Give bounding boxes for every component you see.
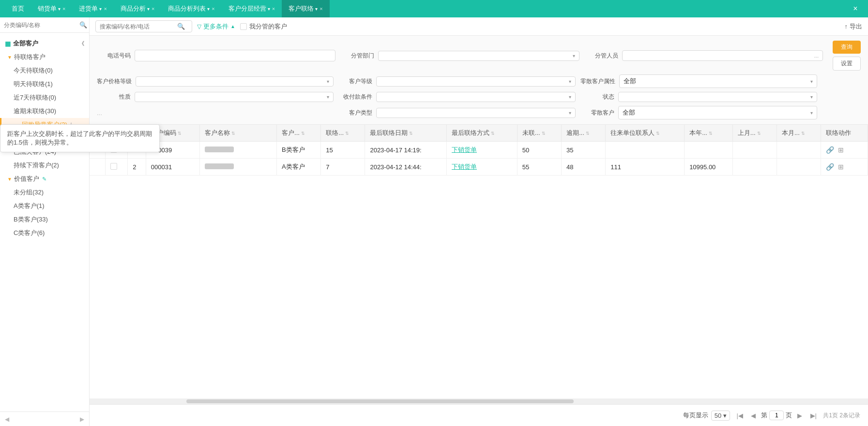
row1-last-method[interactable]: 下销货单	[447, 142, 518, 159]
row2-gear	[90, 159, 106, 176]
sidebar-collapse-btn[interactable]: 《	[79, 40, 84, 47]
query-button[interactable]: 查询	[833, 41, 861, 54]
row1-this-month	[777, 142, 821, 159]
nav-product-list-close[interactable]: ×	[212, 6, 214, 12]
my-customers-checkbox[interactable]: 我分管的客户	[240, 22, 287, 31]
more-dots-btn[interactable]: ...	[97, 109, 102, 117]
edit-icon[interactable]: ✎	[42, 176, 46, 182]
nav-customer-segmentation[interactable]: 客户分层经营 ▾ ×	[222, 0, 282, 17]
sidebar-declining-customers[interactable]: 持续下滑客户(2)	[0, 159, 89, 172]
table-this-year-header[interactable]: 本年...⇅	[685, 125, 733, 142]
dept-select[interactable]: ▾	[378, 51, 579, 61]
export-button[interactable]: ↑ 导出	[845, 22, 863, 31]
sidebar-pending-group[interactable]: ▼ 待联络客户	[0, 50, 89, 64]
last-page-btn[interactable]: ▶|	[807, 410, 819, 421]
table-overdue-header[interactable]: 逾期...⇅	[561, 125, 605, 142]
nav-contact-arrow: ▾	[315, 6, 318, 12]
sidebar-7day-pending[interactable]: 近7天待联络(0)	[0, 91, 89, 104]
row2-last-method[interactable]: 下销货单	[447, 159, 518, 176]
table-name-header[interactable]: 客户名称⇅	[200, 125, 277, 142]
prev-page-btn[interactable]: ◀	[747, 410, 759, 421]
row2-check[interactable]	[106, 159, 128, 176]
nav-purchase-order[interactable]: 进货单 ▾ ×	[72, 0, 113, 17]
nav-customer-contact[interactable]: 客户联络 ▾ ×	[282, 0, 329, 17]
price-level-select[interactable]: ▾	[136, 76, 334, 87]
horizontal-scrollbar[interactable]	[90, 398, 868, 404]
table-last-method-header[interactable]: 最后联络方式⇅	[447, 125, 518, 142]
payment-select[interactable]: ▾	[376, 92, 575, 102]
row1-method-link[interactable]: 下销货单	[452, 146, 477, 153]
sidebar-search-input[interactable]	[4, 22, 76, 29]
contact-sort-icon: ⇅	[345, 131, 349, 136]
nav-sales-order-close[interactable]: ×	[62, 6, 65, 12]
row2-grid-icon[interactable]: ⊞	[838, 163, 844, 171]
person-select[interactable]: ...	[622, 50, 823, 61]
scatter-customer-label: 零散客户	[580, 109, 614, 117]
customer-level-select[interactable]: ▾	[376, 76, 575, 87]
nav-product-analysis[interactable]: 商品分析 ▾ ×	[114, 0, 161, 17]
sidebar-c-class[interactable]: C类客户(6)	[0, 226, 89, 240]
more-conditions-btn[interactable]: ▽ 更多条件 ▲	[197, 22, 235, 31]
row1-grid-icon[interactable]: ⊞	[838, 146, 844, 154]
row1-uncontacted: 50	[517, 142, 561, 159]
sidebar-value-group[interactable]: ▼ 价值客户 ✎	[0, 172, 89, 186]
window-close-button[interactable]: ×	[848, 1, 863, 16]
nav-product-analysis-close[interactable]: ×	[152, 6, 154, 12]
table-company-contact-header[interactable]: 往来单位联系人⇅	[606, 125, 685, 142]
row1-link-icon[interactable]: 🔗	[826, 146, 834, 154]
table-contact-header[interactable]: 联络...⇅	[321, 125, 365, 142]
nav-sales-order[interactable]: 销货单 ▾ ×	[31, 0, 72, 17]
scrollbar-thumb[interactable]	[186, 399, 574, 403]
customer-type-select[interactable]: ▾	[376, 108, 575, 118]
table-this-month-header[interactable]: 本月...⇅	[777, 125, 821, 142]
row2-checkbox[interactable]	[110, 163, 117, 170]
row1-name-blurred	[205, 147, 234, 152]
phone-input[interactable]	[135, 50, 335, 61]
my-customers-check[interactable]	[240, 23, 247, 30]
sidebar-today-pending[interactable]: 今天待联络(0)	[0, 64, 89, 77]
sidebar-b-class[interactable]: B类客户(33)	[0, 213, 89, 226]
sidebar-tomorrow-pending[interactable]: 明天待联络(1)	[0, 77, 89, 91]
nature-select[interactable]: ▾	[135, 92, 334, 102]
last-month-sort-icon: ⇅	[757, 131, 761, 136]
person-more-icon[interactable]: ...	[814, 53, 819, 59]
nav-home[interactable]: 首页	[5, 0, 31, 17]
row2-link-icon[interactable]: 🔗	[826, 163, 834, 171]
filter-cell-nature: 性质 ▾	[97, 92, 334, 102]
row2-method-link[interactable]: 下销货单	[452, 163, 477, 170]
nav-purchase-close[interactable]: ×	[104, 6, 107, 12]
nav-product-analysis-list[interactable]: 商品分析列表 ▾ ×	[161, 0, 221, 17]
sidebar-search-icon[interactable]: 🔍	[79, 21, 87, 29]
table-uncontacted-header[interactable]: 未联...⇅	[517, 125, 561, 142]
last-date-sort-icon: ⇅	[409, 131, 413, 136]
table-last-date-header[interactable]: 最后联络日期⇅	[365, 125, 447, 142]
row2-uncontacted: 55	[517, 159, 561, 176]
status-select[interactable]: ▾	[618, 92, 817, 102]
sidebar-ungrouped[interactable]: 未分组(32)	[0, 186, 89, 199]
nav-seg-close[interactable]: ×	[272, 6, 275, 12]
next-page-btn[interactable]: ▶	[794, 410, 806, 421]
sidebar-a-class[interactable]: A类客户(1)	[0, 199, 89, 213]
scatter-customer-select[interactable]: 全部 ▾	[618, 106, 817, 119]
nav-contact-close[interactable]: ×	[320, 6, 322, 12]
table-type-header[interactable]: 客户...⇅	[277, 125, 321, 142]
main-search-icon[interactable]: 🔍	[177, 23, 185, 30]
nav-product-analysis-arrow: ▾	[147, 6, 150, 12]
first-page-btn[interactable]: |◀	[734, 410, 746, 421]
per-page-area: 每页显示 50 ▾	[683, 411, 730, 421]
filter-row-1: 电话号码 分管部门 ▾ 分管人员 ...	[97, 41, 861, 71]
sidebar-scroll-left[interactable]: ◀	[5, 416, 9, 423]
settings-button[interactable]: 设置	[833, 57, 861, 71]
sidebar-all-customers[interactable]: ▦ 全部客户 《	[0, 37, 89, 50]
payment-label: 收付款条件	[338, 93, 372, 101]
main-search-input[interactable]	[100, 23, 177, 30]
this-year-sort-icon: ⇅	[709, 131, 713, 136]
page-number-input[interactable]	[769, 411, 784, 420]
table-last-month-header[interactable]: 上月...⇅	[732, 125, 777, 142]
customer-level-label: 客户等级	[338, 77, 372, 86]
row1-type: B类客户	[277, 142, 321, 159]
per-page-select[interactable]: 50 ▾	[711, 411, 730, 421]
sidebar-scroll-right[interactable]: ▶	[80, 416, 84, 423]
sidebar-overdue-pending[interactable]: 逾期未联络(30)	[0, 104, 89, 118]
scatter-attr-select[interactable]: 全部 ▾	[619, 74, 817, 88]
